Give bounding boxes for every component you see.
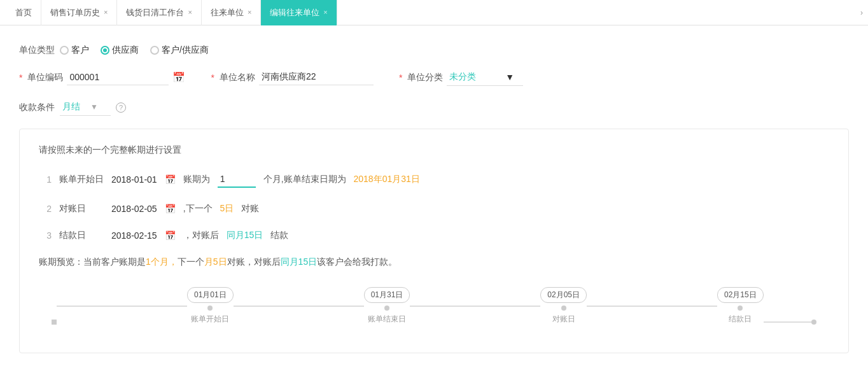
unit-category-select[interactable]: 未分类 ▼ [447,69,523,86]
tab-counterpart-close[interactable]: × [248,9,251,16]
tab-sales-history-label: 销售订单历史 [50,7,100,18]
row-3-label: 结款日 [59,230,104,241]
timeline-segment-4: 02月15日 结款日 [587,287,764,325]
tab-home[interactable]: 首页 [5,0,41,25]
timeline-node-2-date: 01月31日 [364,287,410,303]
row-3-number: 3 [39,230,52,241]
tab-nav-arrow[interactable]: › [860,8,863,17]
setting-row-2: 2 对账日 2018-02-05 📅 ,下一个 5日 对账 [39,203,829,215]
unit-name-group: * 单位名称 [211,69,373,85]
row-1-calendar-icon[interactable]: 📅 [165,174,176,185]
tab-counterpart-label: 往来单位 [211,7,244,18]
tab-edit-counterpart-label: 编辑往来单位 [270,7,319,18]
timeline-end-segment [764,320,816,325]
radio-customer-circle [60,46,69,55]
tab-home-label: 首页 [15,7,32,18]
row-1-date: 2018-01-01 [111,174,157,185]
unit-name-label: 单位名称 [220,72,255,83]
radio-customer-supplier-circle [150,46,159,55]
row-1-label: 账单开始日 [59,174,104,185]
payment-terms-value: 月结 [62,101,80,113]
unit-code-label: 单位编码 [27,72,63,83]
row-2-date: 2018-02-05 [111,204,157,214]
setting-row-1: 1 账单开始日 2018-01-01 📅 账期为 个月,账单结束日期为 2018… [39,171,829,188]
tab-sales-history-close[interactable]: × [104,9,108,16]
main-content: 单位类型 客户 供应商 客户/供应商 * 单位编码 📅 * 单位名称 [0,25,868,387]
payment-terms-label: 收款条件 [19,102,55,113]
row-1-period-input[interactable] [218,171,256,188]
preview-prefix: 账期预览：当前客户账期是 [39,257,146,267]
timeline-node-1-date: 01月01日 [187,287,234,303]
settings-title: 请按照未来的一个完整帐期进行设置 [39,144,829,156]
radio-supplier-label: 供应商 [112,45,139,56]
radio-supplier[interactable]: 供应商 [101,45,139,56]
unit-code-input[interactable] [67,69,169,85]
tab-counterpart[interactable]: 往来单位 × [202,0,261,25]
timeline-start-dot [52,320,57,325]
unit-code-group: * 单位编码 📅 [19,69,185,85]
tab-cash-workbench[interactable]: 钱货日清工作台 × [117,0,201,25]
radio-customer-supplier-label: 客户/供应商 [162,45,209,56]
timeline-node-3-label: 对账日 [552,314,575,325]
unit-code-calendar-icon[interactable]: 📅 [172,71,185,83]
tab-edit-counterpart[interactable]: 编辑往来单位 × [261,0,337,25]
payment-terms-row: 收款条件 月结 ▼ ? [19,99,849,116]
row-2-suffix-after: 对账 [241,203,259,215]
row-3-calendar-icon[interactable]: 📅 [165,230,176,241]
unit-category-group: * 单位分类 未分类 ▼ [399,69,523,86]
row-2-label: 对账日 [59,203,104,215]
unit-code-star: * [19,73,22,83]
timeline-node-4-date: 02月15日 [717,287,764,303]
radio-supplier-circle [101,46,109,55]
row-2-calendar-icon[interactable]: 📅 [165,204,176,214]
row-2-number: 2 [39,204,52,214]
payment-terms-dropdown-arrow: ▼ [90,102,98,111]
row-1-period-unit: 个月,账单结束日期为 [263,174,346,185]
tab-cash-workbench-label: 钱货日清工作台 [126,7,184,18]
payment-terms-select[interactable]: 月结 ▼ [60,99,111,116]
unit-category-value: 未分类 [449,71,476,83]
settings-box: 请按照未来的一个完整帐期进行设置 1 账单开始日 2018-01-01 📅 账期… [19,129,849,353]
row-3-suffix-before: ，对账后 [183,230,219,241]
unit-name-star: * [211,73,214,83]
setting-row-3: 3 结款日 2018-02-15 📅 ，对账后 同月15日 结款 [39,230,829,241]
row-1-period-label: 账期为 [183,174,210,185]
row-1-period-end-date: 2018年01月31日 [354,174,420,185]
tab-cash-workbench-close[interactable]: × [188,9,192,16]
preview-suffix: 该客户会给我打款。 [317,257,397,267]
preview-text: 账期预览：当前客户账期是1个月，下一个月5日对账，对账后同月15日该客户会给我打… [39,257,829,268]
radio-customer-supplier[interactable]: 客户/供应商 [150,45,209,56]
timeline-segment-1: 01月01日 账单开始日 [57,287,234,325]
unit-details-row: * 单位编码 📅 * 单位名称 * 单位分类 未分类 ▼ [19,69,849,86]
preview-middle2: 对账，对账后 [227,257,281,267]
tab-sales-history[interactable]: 销售订单历史 × [41,0,117,25]
timeline-segment-3: 02月05日 对账日 [410,287,587,325]
unit-category-dropdown-arrow: ▼ [505,72,514,82]
unit-type-row: 单位类型 客户 供应商 客户/供应商 [19,45,849,56]
radio-customer[interactable]: 客户 [60,45,89,56]
timeline-node-2: 01月31日 账单结束日 [364,287,410,325]
timeline-node-4: 02月15日 结款日 [717,287,764,325]
unit-category-label: 单位分类 [407,72,443,83]
preview-highlight1: 1个月， [146,257,178,267]
timeline-segment-2: 01月31日 账单结束日 [234,287,410,325]
preview-highlight2: 月5日 [204,257,227,267]
timeline-node-1: 01月01日 账单开始日 [187,287,234,325]
payment-terms-help-icon[interactable]: ? [116,102,126,113]
row-3-suffix-after: 结款 [270,230,288,241]
timeline-node-2-label: 账单结束日 [368,314,406,325]
timeline-node-4-label: 结款日 [729,314,752,325]
unit-type-label: 单位类型 [19,45,55,56]
unit-category-star: * [399,73,402,83]
unit-name-input[interactable] [259,69,374,85]
preview-highlight3: 同月15日 [281,257,318,267]
timeline-node-1-label: 账单开始日 [191,314,229,325]
tab-bar: 首页 销售订单历史 × 钱货日清工作台 × 往来单位 × 编辑往来单位 × › [0,0,868,25]
preview-section: 账期预览：当前客户账期是1个月，下一个月5日对账，对账后同月15日该客户会给我打… [39,257,829,337]
unit-type-radio-group: 客户 供应商 客户/供应商 [60,45,209,56]
row-1-number: 1 [39,174,52,185]
row-3-date: 2018-02-15 [111,230,157,241]
row-2-suffix-highlight: 5日 [220,203,234,215]
tab-edit-counterpart-close[interactable]: × [323,9,327,16]
timeline-node-3: 02月05日 对账日 [540,287,587,325]
